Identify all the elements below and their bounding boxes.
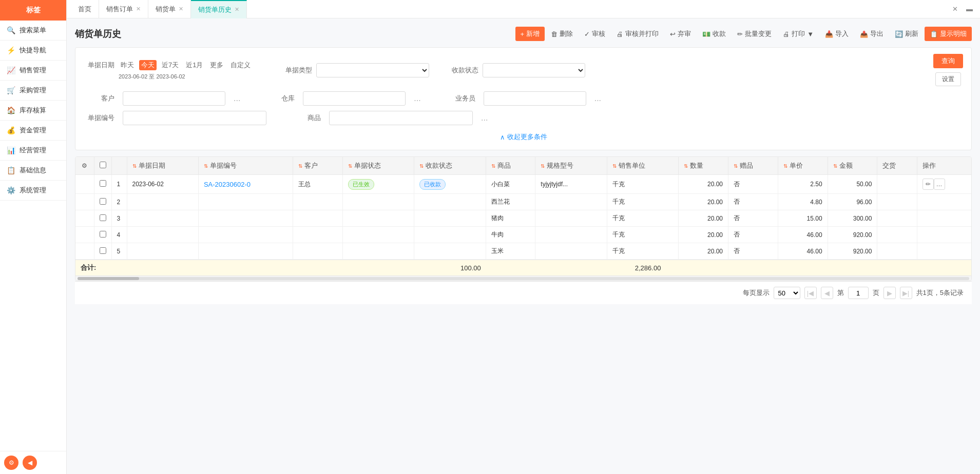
th-doc-date[interactable]: ⇅单据日期 [127, 157, 198, 175]
row-checkbox-4[interactable] [100, 247, 106, 254]
sidebar-item-sales-mgmt[interactable]: 📈 销售管理 [0, 61, 66, 81]
payment-status-select[interactable] [483, 63, 585, 77]
td-checkbox[interactable] [94, 175, 111, 194]
horizontal-scrollbar[interactable] [75, 275, 971, 281]
sidebar-item-search-menu[interactable]: 🔍 搜索菜单 [0, 21, 66, 41]
customer-dots[interactable]: ... [234, 94, 240, 103]
th-quantity[interactable]: ⇅数量 [679, 157, 728, 175]
abandon-button[interactable]: ↩ 弃审 [665, 27, 696, 41]
td-checkbox[interactable] [94, 210, 111, 227]
sidebar-item-basic-info[interactable]: 📋 基础信息 [0, 161, 66, 181]
th-doc-no[interactable]: ⇅单据编号 [198, 157, 293, 175]
tab-home[interactable]: 首页 [71, 0, 99, 18]
edit-action-btn[interactable]: ✏ [923, 179, 934, 190]
more-action-btn[interactable]: … [934, 179, 945, 190]
tab-sales-delivery[interactable]: 销货单 ✕ [148, 0, 191, 18]
th-unit-price[interactable]: ⇅单价 [778, 157, 828, 175]
print-review-button[interactable]: 🖨 审核并打印 [611, 27, 664, 41]
customer-input[interactable] [123, 91, 225, 106]
th-amount[interactable]: ⇅金额 [828, 157, 877, 175]
review-button[interactable]: ✓ 审核 [579, 27, 610, 41]
window-close-btn[interactable]: ✕ [949, 4, 961, 14]
th-product[interactable]: ⇅商品 [486, 157, 535, 175]
sort-unit-price-icon: ⇅ [783, 163, 787, 169]
filter-settings-button[interactable]: 设置 [935, 72, 961, 86]
page-title: 销货单历史 [75, 28, 121, 40]
page-input[interactable] [848, 287, 869, 299]
table-row: 5玉米千克20.00否46.00920.00 [75, 243, 971, 260]
collapse-label: 收起更多条件 [507, 132, 547, 142]
shortcut-yesterday[interactable]: 昨天 [119, 60, 136, 70]
shortcut-custom[interactable]: 自定义 [228, 60, 253, 70]
import-button[interactable]: 📥 导入 [820, 27, 854, 41]
delete-button[interactable]: 🗑 删除 [546, 27, 578, 41]
scrollbar-thumb[interactable] [78, 277, 139, 280]
shortcut-7days[interactable]: 近7天 [160, 60, 181, 70]
new-button[interactable]: + 新增 [515, 27, 545, 41]
warehouse-input[interactable] [303, 91, 406, 106]
row-checkbox-3[interactable] [100, 231, 106, 238]
th-checkbox[interactable] [94, 157, 111, 175]
product-input[interactable] [329, 111, 473, 125]
doc-status-badge: 已生效 [348, 179, 374, 190]
sidebar-item-purchase-mgmt[interactable]: 🛒 采购管理 [0, 81, 66, 101]
row-checkbox-0[interactable] [100, 180, 106, 187]
tab-sales-delivery-close[interactable]: ✕ [179, 6, 183, 12]
window-minimize-btn[interactable]: ▬ [963, 4, 976, 14]
sort-product-icon: ⇅ [491, 163, 495, 169]
purchase-icon: 🛒 [6, 86, 15, 95]
product-dots[interactable]: ... [481, 113, 488, 123]
th-doc-status[interactable]: ⇅单据状态 [342, 157, 414, 175]
select-all-checkbox[interactable] [100, 162, 106, 168]
row-checkbox-2[interactable] [100, 214, 106, 221]
th-customer[interactable]: ⇅客户 [293, 157, 342, 175]
td-checkbox[interactable] [94, 194, 111, 210]
warehouse-dots[interactable]: ... [414, 94, 420, 103]
td-doc-status [342, 210, 414, 227]
page-suffix: 页 [873, 288, 879, 298]
show-details-button[interactable]: 📋 显示明细 [925, 27, 972, 41]
export-button[interactable]: 📤 导出 [855, 27, 889, 41]
th-settings[interactable]: ⚙ [75, 157, 94, 175]
shortcut-more[interactable]: 更多 [208, 60, 225, 70]
collect-button[interactable]: 💵 收款 [697, 27, 731, 41]
doc-type-select[interactable] [316, 63, 429, 77]
sales-rep-dots[interactable]: ... [594, 94, 601, 103]
doc-no-link[interactable]: SA-20230602-0 [204, 181, 251, 188]
sidebar-item-system[interactable]: ⚙️ 系统管理 [0, 181, 66, 201]
th-gift[interactable]: ⇅赠品 [728, 157, 778, 175]
tab-sales-order[interactable]: 销售订单 ✕ [99, 0, 148, 18]
tab-sales-history-close[interactable]: ✕ [235, 7, 239, 12]
collapse-button[interactable]: ∧ 收起更多条件 [84, 130, 963, 144]
th-spec[interactable]: ⇅规格型号 [535, 157, 607, 175]
shortcut-today[interactable]: 今天 [139, 60, 157, 70]
doc-no-input[interactable] [123, 111, 266, 125]
prev-page-btn[interactable]: ◀ [821, 287, 833, 299]
td-gift: 否 [728, 175, 778, 194]
td-checkbox[interactable] [94, 243, 111, 260]
refresh-button[interactable]: 🔄 刷新 [890, 27, 924, 41]
th-payment-status[interactable]: ⇅收款状态 [414, 157, 486, 175]
td-unit: 千克 [607, 175, 678, 194]
tab-sales-history[interactable]: 销货单历史 ✕ [191, 0, 247, 18]
next-page-btn[interactable]: ▶ [883, 287, 896, 299]
sidebar-item-finance[interactable]: 💰 资金管理 [0, 121, 66, 141]
sidebar-item-quick-nav[interactable]: ⚡ 快捷导航 [0, 41, 66, 61]
td-checkbox[interactable] [94, 227, 111, 243]
th-unit[interactable]: ⇅销售单位 [607, 157, 678, 175]
print-button[interactable]: 🖨 打印 ▼ [778, 27, 819, 41]
row-checkbox-1[interactable] [100, 198, 106, 205]
last-page-btn[interactable]: ▶| [900, 287, 912, 299]
tab-sales-order-close[interactable]: ✕ [136, 6, 141, 12]
sales-rep-input[interactable] [484, 91, 586, 106]
sidebar-item-inventory[interactable]: 🏠 库存核算 [0, 101, 66, 121]
sidebar-item-operations[interactable]: 📊 经营管理 [0, 141, 66, 161]
sidebar-settings-btn[interactable]: ⚙ [4, 456, 18, 470]
query-button[interactable]: 查询 [933, 54, 963, 68]
batch-change-button[interactable]: ✏ 批量变更 [732, 27, 777, 41]
sidebar-collapse-btn[interactable]: ◀ [23, 456, 37, 470]
first-page-btn[interactable]: |◀ [804, 287, 817, 299]
td-gift: 否 [728, 227, 778, 243]
shortcut-1month[interactable]: 近1月 [184, 60, 205, 70]
per-page-select[interactable]: 50 100 200 [774, 287, 800, 299]
